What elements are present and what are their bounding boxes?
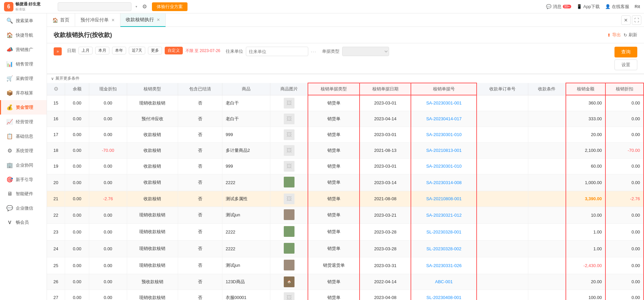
last-month-btn[interactable]: 上月 [78, 47, 93, 54]
td-voucher-no[interactable]: SA-20230301-010 [411, 127, 477, 142]
partner-input[interactable] [246, 47, 308, 56]
sidebar-item-wechat[interactable]: 💬 企业微信 [0, 201, 47, 215]
td-balance: 0.00 [65, 290, 89, 300]
sidebar-item-system[interactable]: ⚙ 系统管理 [0, 143, 47, 158]
this-month-btn[interactable]: 本月 [95, 47, 109, 54]
date-range-info: 不限 至 2023-07-26 [185, 48, 220, 54]
sidebar-item-inventory[interactable]: 📦 库存核算 [0, 86, 47, 100]
th-writeoff-discount: 核销折扣 [605, 83, 644, 95]
tab-fullscreen-btn[interactable]: ⛶ [632, 15, 641, 25]
sidebar-item-finance[interactable]: 💰 资金管理 [0, 100, 47, 115]
td-writeoff-type: 收款核销 [127, 158, 178, 174]
td-product-img [270, 240, 308, 257]
sidebar-item-member[interactable]: V 畅会员 [0, 215, 47, 229]
td-voucher-date: 2023-03-28 [360, 240, 411, 257]
td-voucher-no[interactable]: SL-20230328-002 [411, 240, 477, 257]
voucher-no-link[interactable]: SA-20230331-026 [426, 263, 462, 268]
td-voucher-type: 销货单 [308, 223, 360, 240]
sidebar-item-hardware[interactable]: 🖥 智能硬件 [0, 187, 47, 201]
td-cash-discount: 0.00 [89, 174, 127, 191]
voucher-no-link[interactable]: SA-20230301-010 [426, 164, 462, 169]
td-voucher-no[interactable]: SA-20210813-001 [411, 142, 477, 158]
tab-home[interactable]: 🏠 首页 [47, 13, 75, 27]
voucher-no-link[interactable]: ABC-001 [435, 279, 453, 284]
more-date-btn[interactable]: 更多 [148, 47, 162, 54]
td-voucher-date: 2021-08-13 [360, 142, 411, 158]
voucher-no-link[interactable]: SA-20230414-017 [426, 116, 462, 121]
messages-btn[interactable]: 💬 消息 99+ [546, 4, 571, 10]
user-name[interactable]: Rit [635, 4, 640, 9]
expand-more-btn[interactable]: ∨ 展开更多条件 [47, 74, 644, 83]
operation-icon: 📈 [6, 119, 13, 125]
voucher-no-link[interactable]: SA-20210808-001 [426, 196, 462, 201]
voucher-no-link[interactable]: SA-20230321-012 [426, 213, 462, 218]
this-year-btn[interactable]: 本年 [112, 47, 126, 54]
td-writeoff-type: 现销收款核销 [127, 95, 178, 111]
tab-close-btn[interactable]: ✕ [621, 15, 631, 25]
sidebar-item-shortcut[interactable]: 🏠 快捷导航 [0, 28, 47, 42]
td-voucher-date: 2023-04-14 [360, 111, 411, 127]
td-voucher-type: 销货单 [308, 158, 360, 174]
setting-button[interactable]: 设置 [614, 59, 637, 70]
voucher-no-link[interactable]: SL-20230328-002 [426, 246, 461, 251]
tab-writeoff[interactable]: 收款核销执行 ✕ [120, 13, 166, 27]
td-writeoff-discount: 0.00 [605, 174, 644, 191]
sidebar-item-marketing[interactable]: 📣 营销推广 [0, 42, 47, 57]
td-voucher-no[interactable]: SA-20230414-017 [411, 111, 477, 127]
td-product: 2222 [222, 223, 270, 240]
last7-btn[interactable]: 近7天 [129, 47, 145, 54]
td-balance: 0.00 [65, 274, 89, 290]
tab-prepay-close[interactable]: ✕ [111, 18, 115, 23]
td-voucher-no[interactable]: SA-20230321-012 [411, 207, 477, 223]
td-voucher-no[interactable]: SL-20230328-001 [411, 223, 477, 240]
td-product-img [270, 257, 308, 274]
sidebar-item-purchase[interactable]: 🛒 采购管理 [0, 71, 47, 86]
td-voucher-no[interactable]: SL-20230408-001 [411, 290, 477, 300]
tab-prepay[interactable]: 预付冲应付单 ✕ [75, 13, 120, 27]
sidebar-item-basic[interactable]: 📋 基础信息 [0, 129, 47, 143]
sidebar-item-company[interactable]: 🏢 企业协同 [0, 158, 47, 172]
td-writeoff-discount: 0.00 [605, 95, 644, 111]
custom-date-btn[interactable]: 自定义 [165, 47, 183, 54]
sidebar-item-sales[interactable]: 📊 销售管理 [0, 57, 47, 71]
voucher-no-link[interactable]: SL-20230408-001 [426, 295, 461, 300]
td-voucher-date: 2023-03-14 [360, 174, 411, 191]
filter-toggle-btn[interactable]: » [54, 47, 62, 55]
export-button[interactable]: ⬆ 导出 [607, 32, 621, 38]
topbar-actions: 💬 消息 99+ 📱 App下载 👤 在线客服 Rit [546, 4, 640, 10]
online-service-btn[interactable]: 👤 在线客服 [605, 4, 629, 10]
voucher-no-link[interactable]: SA-20230301-010 [426, 132, 462, 137]
td-cash-discount: 0.00 [89, 274, 127, 290]
th-receipt-cond: 收款条件 [528, 83, 566, 95]
td-receipt-no [477, 95, 528, 111]
solution-button[interactable]: 体验行业方案 [152, 2, 187, 11]
query-button[interactable]: 查询 [614, 47, 637, 57]
voucher-no-link[interactable]: SA-20210813-001 [426, 148, 462, 153]
voucher-no-link[interactable]: SA-20230301-001 [426, 100, 462, 105]
chevron-down-icon: ∨ [51, 76, 54, 81]
tab-writeoff-close[interactable]: ✕ [157, 17, 160, 22]
td-voucher-no[interactable]: SA-20230314-008 [411, 174, 477, 191]
th-settings[interactable]: ⚙ [47, 83, 65, 95]
search-icon: 🔍 [6, 17, 13, 24]
phone-icon: 📱 [577, 4, 582, 9]
gear-icon[interactable]: ⚙ [141, 3, 149, 11]
voucher-no-link[interactable]: SL-20230328-001 [426, 229, 461, 234]
voucher-no-link[interactable]: SA-20230314-008 [426, 180, 462, 185]
dropdown-arrow[interactable]: ▾ [136, 5, 137, 8]
td-voucher-no[interactable]: ABC-001 [411, 274, 477, 290]
td-receipt-no [477, 174, 528, 191]
td-voucher-no[interactable]: SA-20230301-001 [411, 95, 477, 111]
td-writeoff-type: 现销收款核销 [127, 207, 178, 223]
refresh-button[interactable]: ↻ 刷新 [624, 32, 637, 38]
voucher-type-select[interactable] [342, 47, 389, 56]
sidebar-item-search[interactable]: 🔍 搜索菜单 [0, 13, 47, 28]
app-download-btn[interactable]: 📱 App下载 [577, 4, 600, 10]
td-voucher-no[interactable]: SA-20230301-010 [411, 158, 477, 174]
marketing-icon: 📣 [6, 46, 13, 53]
sidebar-item-guide[interactable]: 🎯 新手引导 [0, 172, 47, 187]
td-voucher-no[interactable]: SA-20210808-001 [411, 191, 477, 207]
td-voucher-no[interactable]: SA-20230331-026 [411, 257, 477, 274]
content-area: 🏠 首页 预付冲应付单 ✕ 收款核销执行 ✕ ✕ ⛶ 收款核销执行(按收款) [47, 13, 644, 300]
sidebar-item-operation[interactable]: 📈 经营管理 [0, 115, 47, 129]
